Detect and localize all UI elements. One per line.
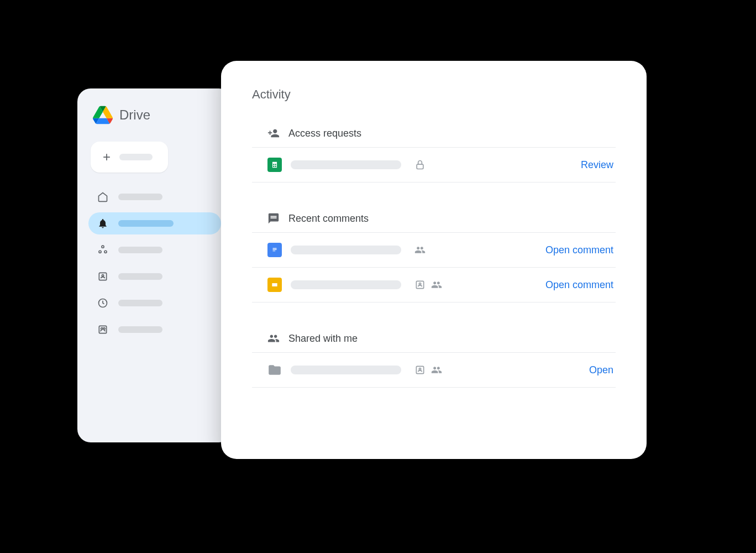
contact-icon bbox=[414, 364, 426, 375]
new-button[interactable]: + bbox=[91, 142, 168, 173]
person-add-icon bbox=[267, 127, 280, 139]
folder-icon bbox=[267, 363, 282, 377]
people-icon bbox=[431, 279, 442, 290]
drive-title: Drive bbox=[119, 107, 150, 123]
section-recent-comments: Recent comments Open comment Open commen… bbox=[252, 205, 616, 302]
section-header: Recent comments bbox=[252, 205, 616, 233]
svg-point-12 bbox=[419, 283, 421, 285]
section-shared-with-me: Shared with me Open bbox=[252, 325, 616, 388]
skeleton-placeholder bbox=[291, 280, 401, 289]
docs-icon bbox=[267, 243, 282, 257]
open-link[interactable]: Open bbox=[589, 364, 613, 376]
people-icon bbox=[431, 364, 442, 375]
skeleton-placeholder bbox=[291, 160, 401, 169]
meta-icons bbox=[414, 159, 426, 170]
panel-title: Activity bbox=[252, 87, 616, 102]
skeleton-placeholder bbox=[118, 300, 162, 306]
open-comment-link[interactable]: Open comment bbox=[545, 244, 613, 256]
meta-icons bbox=[414, 279, 442, 290]
sidebar-item-activity[interactable] bbox=[88, 212, 221, 234]
section-access-requests: Access requests Review bbox=[252, 119, 616, 182]
svg-point-0 bbox=[102, 246, 104, 248]
activity-panel: Activity Access requests Review Recent c… bbox=[221, 61, 647, 459]
sheets-icon bbox=[267, 158, 282, 172]
sidebar-item-contacts[interactable] bbox=[88, 319, 221, 341]
skeleton-placeholder bbox=[291, 246, 401, 254]
sidebar-header: Drive bbox=[88, 105, 221, 125]
people-icon bbox=[267, 332, 280, 345]
contact-icon bbox=[414, 279, 426, 290]
sidebar-item-drives[interactable] bbox=[88, 265, 221, 288]
home-icon bbox=[97, 191, 108, 202]
comment-item[interactable]: Open comment bbox=[252, 268, 616, 302]
people-icon bbox=[414, 244, 426, 255]
bell-icon bbox=[97, 218, 108, 229]
drive-sidebar: Drive + bbox=[77, 88, 232, 442]
shared-drive-icon bbox=[97, 271, 108, 282]
meta-icons bbox=[414, 244, 426, 255]
skeleton-placeholder bbox=[119, 154, 153, 160]
svg-point-1 bbox=[99, 251, 101, 253]
svg-point-2 bbox=[104, 251, 107, 253]
comment-item[interactable]: Open comment bbox=[252, 233, 616, 268]
skeleton-placeholder bbox=[118, 220, 174, 227]
svg-point-14 bbox=[419, 368, 421, 370]
svg-point-8 bbox=[103, 328, 105, 330]
plus-icon: + bbox=[103, 149, 111, 165]
skeleton-placeholder bbox=[118, 194, 162, 200]
section-title: Shared with me bbox=[288, 333, 358, 345]
section-title: Access requests bbox=[288, 128, 361, 139]
meta-icons bbox=[414, 364, 442, 375]
comment-icon bbox=[267, 212, 280, 225]
skeleton-placeholder bbox=[118, 273, 162, 280]
review-link[interactable]: Review bbox=[581, 159, 613, 171]
svg-point-7 bbox=[101, 328, 103, 330]
sidebar-item-home[interactable] bbox=[88, 186, 221, 208]
access-request-item[interactable]: Review bbox=[252, 148, 616, 182]
sidebar-item-recent[interactable] bbox=[88, 292, 221, 314]
section-title: Recent comments bbox=[288, 213, 369, 225]
svg-rect-9 bbox=[417, 164, 423, 169]
shared-item[interactable]: Open bbox=[252, 353, 616, 388]
sidebar-item-shared[interactable] bbox=[88, 239, 221, 261]
skeleton-placeholder bbox=[118, 326, 162, 333]
lock-icon bbox=[414, 159, 426, 170]
skeleton-placeholder bbox=[291, 366, 401, 374]
share-nodes-icon bbox=[97, 244, 108, 255]
section-header: Shared with me bbox=[252, 325, 616, 353]
skeleton-placeholder bbox=[118, 247, 162, 253]
open-comment-link[interactable]: Open comment bbox=[545, 279, 613, 291]
clock-icon bbox=[97, 298, 108, 309]
slides-icon bbox=[267, 278, 282, 292]
contacts-icon bbox=[97, 324, 108, 335]
svg-rect-10 bbox=[272, 283, 277, 286]
svg-point-4 bbox=[102, 275, 103, 276]
drive-logo-icon bbox=[93, 105, 113, 125]
section-header: Access requests bbox=[252, 119, 616, 148]
